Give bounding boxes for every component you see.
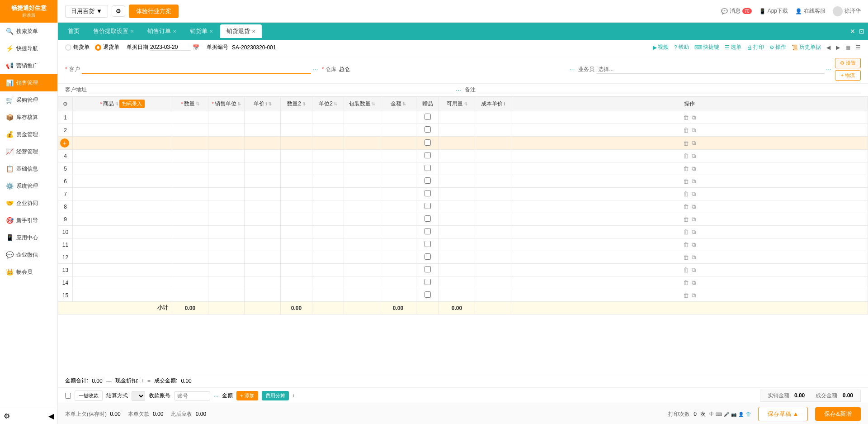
gift-cell[interactable] <box>416 289 439 302</box>
toolbar-video[interactable]: ▶ 视频 <box>653 43 669 51</box>
product-cell[interactable] <box>73 251 172 264</box>
copy-icon[interactable]: ⧉ <box>692 267 696 274</box>
sort-icon[interactable]: ⇅ <box>237 101 241 106</box>
sort-icon[interactable]: ⇅ <box>268 101 272 106</box>
product-input[interactable] <box>75 140 170 147</box>
product-cell[interactable] <box>73 200 172 213</box>
qty-cell[interactable] <box>172 124 208 137</box>
amount-cell[interactable] <box>380 238 416 251</box>
delete-icon[interactable]: 🗑 <box>683 140 689 147</box>
sidebar-item-search[interactable]: 🔍 搜索菜单 <box>0 23 57 40</box>
unit2-cell[interactable] <box>312 175 344 188</box>
delete-icon[interactable]: 🗑 <box>683 267 689 273</box>
account-input[interactable] <box>174 391 210 400</box>
pack-qty-cell[interactable] <box>344 162 380 175</box>
unit2-cell[interactable] <box>312 150 344 162</box>
price-cell[interactable] <box>245 124 281 137</box>
delete-icon[interactable]: 🗑 <box>683 279 689 286</box>
gift-cell[interactable] <box>416 276 439 289</box>
pack-qty-cell[interactable] <box>344 200 380 213</box>
tab-close-icon[interactable]: ✕ <box>173 29 176 34</box>
unit2-cell[interactable] <box>312 200 344 213</box>
available-cell[interactable] <box>439 264 475 276</box>
pack-qty-cell[interactable] <box>344 226 380 238</box>
delete-icon[interactable]: 🗑 <box>683 229 689 235</box>
tab-sale-out[interactable]: 销货单 ✕ <box>184 24 219 38</box>
sidebar-item-system[interactable]: ⚙️ 系统管理 <box>0 177 57 195</box>
prev-icon[interactable]: ◀ <box>826 44 830 51</box>
amount-cell[interactable] <box>380 226 416 238</box>
qty-cell[interactable] <box>172 150 208 162</box>
staff-input[interactable] <box>596 65 824 74</box>
collapse-icon[interactable]: ◀ <box>48 412 54 420</box>
available-cell[interactable] <box>439 188 475 200</box>
price-cell[interactable] <box>245 213 281 226</box>
price-cell[interactable] <box>245 150 281 162</box>
unit2-cell[interactable] <box>312 162 344 175</box>
sale-unit-cell[interactable] <box>208 200 245 213</box>
available-cell[interactable] <box>439 162 475 175</box>
message-item[interactable]: 💬 消息 70 <box>721 7 752 15</box>
copy-icon[interactable]: ⧉ <box>692 203 696 210</box>
available-cell[interactable] <box>439 226 475 238</box>
sidebar-item-appcenter[interactable]: 📱 应用中心 <box>0 229 57 246</box>
sidebar-item-weixin[interactable]: 💬 企业微信 <box>0 246 57 263</box>
unit2-cell[interactable] <box>312 111 344 124</box>
tab-sale-return[interactable]: 销货退货 ✕ <box>220 24 262 38</box>
sale-unit-cell[interactable] <box>208 251 245 264</box>
unit2-cell[interactable] <box>312 264 344 276</box>
qty-cell[interactable] <box>172 264 208 276</box>
cost-price-cell[interactable] <box>475 251 511 264</box>
gift-cell[interactable] <box>416 188 439 200</box>
tab-sale-price[interactable]: 售价提取设置 ✕ <box>87 24 140 38</box>
price-cell[interactable] <box>245 276 281 289</box>
sale-unit-cell[interactable] <box>208 276 245 289</box>
sale-unit-cell[interactable] <box>208 162 245 175</box>
copy-icon[interactable]: ⧉ <box>692 139 696 147</box>
copy-icon[interactable]: ⧉ <box>692 191 696 198</box>
price-cell[interactable] <box>245 200 281 213</box>
product-cell[interactable] <box>73 111 172 124</box>
warehouse-select-icon[interactable]: ··· <box>570 66 575 73</box>
sale-unit-cell[interactable] <box>208 150 245 162</box>
delete-icon[interactable]: 🗑 <box>683 203 689 210</box>
copy-icon[interactable]: ⧉ <box>692 165 696 172</box>
tab-sale-order[interactable]: 销售订单 ✕ <box>141 24 183 38</box>
settings-bottom-icon[interactable]: ⚙ <box>4 412 10 420</box>
product-input-cell[interactable] <box>73 137 172 150</box>
available-cell[interactable] <box>439 276 475 289</box>
copy-icon[interactable]: ⧉ <box>692 279 696 286</box>
sale-unit-cell[interactable] <box>208 289 245 302</box>
qty-cell[interactable] <box>172 226 208 238</box>
sort-icon[interactable]: ⇅ <box>464 101 467 106</box>
amount-cell[interactable] <box>380 251 416 264</box>
scan-button[interactable]: 扫码录入 <box>119 100 145 108</box>
gift-cell[interactable] <box>416 213 439 226</box>
qty-cell[interactable] <box>172 238 208 251</box>
price-cell[interactable] <box>245 226 281 238</box>
qty2-cell[interactable] <box>281 276 312 289</box>
qty-cell[interactable] <box>172 276 208 289</box>
product-cell[interactable] <box>73 162 172 175</box>
qty2-cell[interactable] <box>281 264 312 276</box>
gift-cell[interactable] <box>416 226 439 238</box>
customer-input[interactable] <box>82 65 311 74</box>
qty2-cell[interactable] <box>281 226 312 238</box>
price-cell[interactable] <box>245 251 281 264</box>
qty2-cell[interactable] <box>281 200 312 213</box>
product-cell[interactable] <box>73 150 172 162</box>
amount-input-cell[interactable] <box>380 137 416 150</box>
qty-cell[interactable] <box>172 213 208 226</box>
amount-cell[interactable] <box>380 124 416 137</box>
calendar-icon[interactable]: 📅 <box>193 44 199 51</box>
sidebar-item-marketing[interactable]: 📢 营销推广 <box>0 57 57 74</box>
pack-qty-cell[interactable] <box>344 289 380 302</box>
cost-price-cell[interactable] <box>475 289 511 302</box>
qty-cell[interactable] <box>172 175 208 188</box>
sale-unit-cell[interactable] <box>208 188 245 200</box>
product-cell[interactable] <box>73 289 172 302</box>
one-key-checkbox[interactable] <box>65 393 71 399</box>
amount-cell[interactable] <box>380 175 416 188</box>
info-icon[interactable]: ℹ <box>292 393 294 398</box>
gift-checkbox[interactable] <box>425 190 431 196</box>
